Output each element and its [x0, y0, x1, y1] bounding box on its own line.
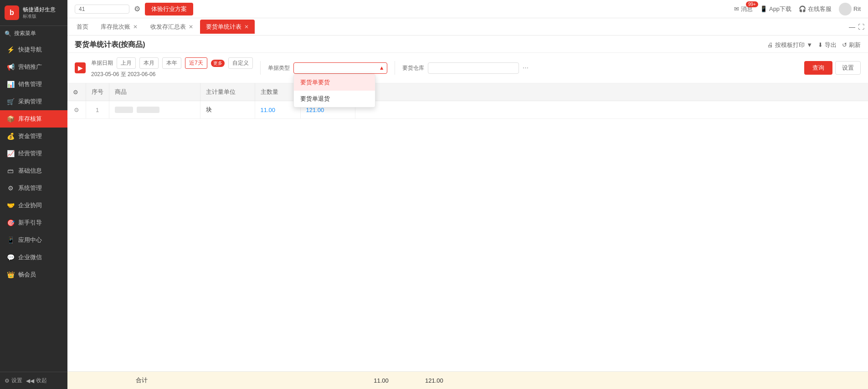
type-select-wrapper: ▲ 要货单要货 要货单退货	[293, 62, 387, 74]
headset-icon: 🎧	[799, 5, 806, 12]
sidebar-item-label: 经营管理	[18, 149, 42, 158]
message-badge: 99+	[746, 1, 758, 7]
search-menu[interactable]: 🔍 搜索菜单	[0, 26, 67, 41]
tabs-bar: 首页 库存批次账 ✕ 收发存汇总表 ✕ 要货单统计表 ✕ — ⛶	[67, 18, 868, 36]
sidebar-item-label: 营销推广	[18, 63, 42, 71]
sales-icon: 📊	[6, 80, 15, 88]
tab-receipt-summary[interactable]: 收发存汇总表 ✕	[144, 20, 199, 34]
filter-buttons: 查询 设置	[804, 61, 861, 75]
guide-icon: 🎯	[6, 219, 15, 227]
sidebar-item-inventory[interactable]: 📦 库存核算	[0, 110, 67, 128]
print-button[interactable]: 🖨 按模板打印 ▼	[767, 41, 812, 49]
sidebar-item-app-center[interactable]: 📱 应用中心	[0, 231, 67, 249]
sidebar: b 畅捷通好生意 标准版 🔍 搜索菜单 ⚡ 快捷导航 📢 营销推广 📊 销售管理…	[0, 0, 67, 389]
sidebar-item-label: 采购管理	[18, 97, 42, 106]
tab-batch-account[interactable]: 库存批次账 ✕	[95, 20, 144, 34]
tab-minimize-icon[interactable]: —	[849, 23, 855, 31]
header-settings-icon[interactable]: ⚙	[134, 5, 140, 13]
tab-order-summary[interactable]: 要货单统计表 ✕	[200, 20, 255, 34]
sidebar-item-quick-nav[interactable]: ⚡ 快捷导航	[0, 41, 67, 58]
export-button[interactable]: ⬇ 导出	[818, 41, 837, 49]
settings-button-filter[interactable]: 设置	[835, 61, 861, 75]
tab-home[interactable]: 首页	[71, 20, 94, 34]
app-download-button[interactable]: 📱 App下载	[760, 5, 791, 13]
sidebar-bottom: ⚙ 设置 ◀◀ 收起	[0, 372, 67, 389]
user-name: Rit	[853, 5, 861, 12]
logo-title: 畅捷通好生意	[23, 6, 56, 14]
date-btn-last-month[interactable]: 上月	[117, 57, 136, 69]
app-center-icon: 📱	[6, 236, 15, 244]
filter-bar: ▶ 单据日期 上月 本月 本年 近7天 更多 自定义 2023-05-06 至 …	[67, 53, 868, 83]
sidebar-item-label: 库存核算	[18, 115, 42, 123]
quantity-link[interactable]: 11.00	[261, 107, 276, 113]
sidebar-item-enterprise[interactable]: 🤝 企业协同	[0, 197, 67, 214]
dropdown-item-order-return[interactable]: 要货单退货	[294, 91, 375, 107]
sidebar-item-purchase[interactable]: 🛒 采购管理	[0, 93, 67, 110]
tab-maximize-icon[interactable]: ⛶	[858, 23, 864, 31]
row-index: 1	[86, 101, 109, 119]
type-select-input[interactable]	[293, 62, 387, 74]
collapse-button[interactable]: ◀◀ 收起	[26, 377, 47, 384]
table-wrapper: ⚙ 序号 商品 主计量单位 主数量 零售金额 ⚙ 1	[67, 83, 868, 371]
top-header: ⚙ 体验行业方案 ✉ 消息 99+ 📱 App下载 🎧 在线客服 Rit	[67, 0, 868, 18]
table-footer: 合计 11.00 121.00	[67, 371, 868, 389]
sidebar-item-label: 企业微信	[18, 253, 42, 261]
query-button[interactable]: 查询	[804, 61, 832, 75]
date-btn-custom[interactable]: 自定义	[228, 57, 253, 69]
sidebar-item-system[interactable]: ⚙ 系统管理	[0, 179, 67, 197]
message-icon: ✉	[734, 5, 739, 12]
type-dropdown-menu: 要货单要货 要货单退货	[293, 74, 375, 107]
tab-close-order[interactable]: ✕	[244, 24, 249, 30]
page-content: 要货单统计表(按商品) 🖨 按模板打印 ▼ ⬇ 导出 ↺ 刷新 ▶	[67, 36, 868, 389]
system-icon: ⚙	[6, 184, 15, 192]
warehouse-more-icon[interactable]: ···	[523, 64, 529, 72]
finance-icon: 💰	[6, 132, 15, 140]
refresh-button[interactable]: ↺ 刷新	[842, 41, 861, 49]
type-filter-label: 单据类型	[268, 64, 290, 72]
sidebar-item-member[interactable]: 👑 畅会员	[0, 266, 67, 283]
product-sku-placeholder	[137, 107, 159, 113]
date-more-badge: 更多	[211, 60, 225, 67]
sidebar-item-label: 新手引导	[18, 219, 42, 227]
col-settings[interactable]: ⚙	[67, 83, 86, 101]
sidebar-item-basic-info[interactable]: 🗃 基础信息	[0, 162, 67, 179]
filter-expand-button[interactable]: ▶	[75, 62, 86, 73]
sidebar-item-marketing[interactable]: 📢 营销推广	[0, 58, 67, 76]
date-btn-recent-7[interactable]: 近7天	[185, 57, 207, 69]
col-empty	[355, 83, 868, 101]
sidebar-item-finance[interactable]: 💰 资金管理	[0, 128, 67, 145]
user-avatar	[839, 3, 852, 15]
operations-icon: 📈	[6, 149, 15, 158]
online-service-button[interactable]: 🎧 在线客服	[799, 5, 832, 13]
sidebar-item-sales[interactable]: 📊 销售管理	[0, 76, 67, 93]
row-settings[interactable]: ⚙	[67, 101, 86, 119]
date-filter-label: 单据日期	[91, 59, 113, 67]
breadcrumb-input[interactable]	[75, 5, 129, 14]
logo-sub: 标准版	[23, 13, 56, 20]
sidebar-item-operations[interactable]: 📈 经营管理	[0, 145, 67, 162]
tab-close-receipt[interactable]: ✕	[189, 24, 193, 30]
warehouse-filter-section: 要货仓库 ···	[402, 62, 799, 74]
col-index: 序号	[86, 83, 109, 101]
sidebar-item-label: 应用中心	[18, 236, 42, 244]
settings-button[interactable]: ⚙ 设置	[5, 377, 22, 384]
row-product	[109, 101, 200, 119]
warehouse-input[interactable]	[428, 62, 519, 74]
date-btn-this-month[interactable]: 本月	[139, 57, 159, 69]
print-icon: 🖨	[767, 41, 773, 48]
user-profile[interactable]: Rit	[839, 3, 861, 15]
amount-link[interactable]: 121.00	[306, 107, 324, 113]
sidebar-item-label: 基础信息	[18, 167, 42, 175]
tab-close-batch[interactable]: ✕	[133, 24, 138, 30]
logo-icon: b	[5, 5, 19, 20]
sidebar-item-wechat[interactable]: 💬 企业微信	[0, 249, 67, 266]
trial-button[interactable]: 体验行业方案	[145, 3, 193, 15]
sidebar-item-label: 畅会员	[18, 271, 36, 279]
dropdown-item-order-purchase[interactable]: 要货单要货	[294, 74, 375, 91]
sidebar-nav: ⚡ 快捷导航 📢 营销推广 📊 销售管理 🛒 采购管理 📦 库存核算 💰 资金管…	[0, 41, 67, 372]
sidebar-item-guide[interactable]: 🎯 新手引导	[0, 214, 67, 231]
message-button[interactable]: ✉ 消息 99+	[734, 5, 753, 13]
app-logo: b 畅捷通好生意 标准版	[0, 0, 67, 26]
date-btn-this-year[interactable]: 本年	[162, 57, 181, 69]
filter-divider-1	[260, 61, 261, 75]
